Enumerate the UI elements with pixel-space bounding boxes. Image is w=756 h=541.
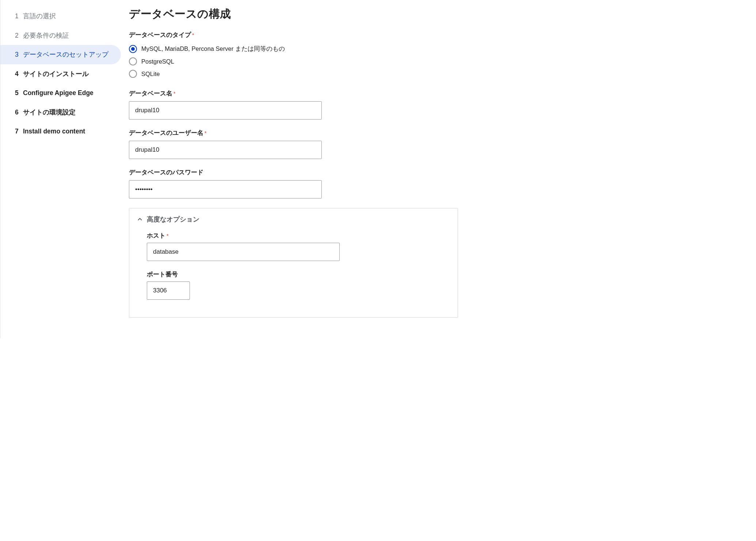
- step-label: サイトのインストール: [23, 69, 114, 79]
- step-number: 1: [15, 12, 23, 21]
- db-password-input[interactable]: [129, 180, 322, 198]
- advanced-options-panel: 高度なオプション ホスト * ポート番号: [129, 208, 458, 318]
- step-label: データベースのセットアップ: [23, 50, 114, 59]
- advanced-options-label: 高度なオプション: [147, 215, 199, 224]
- db-user-input[interactable]: [129, 141, 322, 159]
- db-type-option-mysql[interactable]: MySQL, MariaDB, Percona Server または同等のもの: [129, 43, 458, 55]
- db-password-label: データベースのパスワード: [129, 169, 458, 177]
- advanced-options-body: ホスト * ポート番号: [137, 232, 450, 300]
- step-number: 4: [15, 69, 23, 79]
- db-type-option-postgresql[interactable]: PostgreSQL: [129, 55, 458, 68]
- step-install-demo: 7 Install demo content: [0, 122, 121, 141]
- step-label: サイトの環境設定: [23, 108, 114, 117]
- radio-icon: [129, 70, 137, 78]
- host-input[interactable]: [147, 243, 340, 261]
- port-label: ポート番号: [147, 270, 450, 279]
- step-label: Configure Apigee Edge: [23, 88, 114, 98]
- step-install-site: 4 サイトのインストール: [0, 64, 121, 84]
- host-field: ホスト *: [147, 232, 450, 261]
- required-indicator: *: [173, 91, 175, 97]
- db-type-label: データベースのタイプ *: [129, 31, 458, 39]
- db-password-field: データベースのパスワード: [129, 169, 458, 198]
- db-name-input[interactable]: [129, 101, 322, 120]
- db-type-field: データベースのタイプ * MySQL, MariaDB, Percona Ser…: [129, 31, 458, 80]
- radio-icon: [129, 57, 137, 65]
- step-label: Install demo content: [23, 127, 114, 136]
- advanced-options-toggle[interactable]: 高度なオプション: [137, 215, 450, 224]
- step-configure-apigee: 5 Configure Apigee Edge: [0, 83, 121, 103]
- step-number: 3: [15, 50, 23, 59]
- step-number: 7: [15, 127, 23, 136]
- step-requirements: 2 必要条件の検証: [0, 26, 121, 45]
- step-number: 6: [15, 108, 23, 117]
- chevron-up-icon: [137, 217, 142, 222]
- radio-label: PostgreSQL: [141, 58, 174, 65]
- port-input[interactable]: [147, 281, 190, 300]
- radio-icon: [129, 45, 137, 53]
- step-label: 必要条件の検証: [23, 31, 114, 40]
- db-user-label: データベースのユーザー名 *: [129, 129, 458, 137]
- required-indicator: *: [167, 233, 168, 239]
- step-site-config: 6 サイトの環境設定: [0, 103, 121, 122]
- host-label: ホスト *: [147, 232, 450, 240]
- required-indicator: *: [192, 32, 194, 38]
- step-label: 言語の選択: [23, 12, 114, 21]
- step-number: 2: [15, 31, 23, 40]
- db-user-field: データベースのユーザー名 *: [129, 129, 458, 159]
- radio-label: SQLite: [141, 71, 160, 77]
- main-content: データベースの構成 データベースのタイプ * MySQL, MariaDB, P…: [121, 0, 473, 338]
- db-name-label: データベース名 *: [129, 90, 458, 98]
- step-database-setup: 3 データベースのセットアップ: [0, 45, 121, 64]
- install-steps-sidebar: 1 言語の選択 2 必要条件の検証 3 データベースのセットアップ 4 サイトの…: [0, 0, 121, 338]
- required-indicator: *: [205, 130, 206, 136]
- step-number: 5: [15, 88, 23, 98]
- port-field: ポート番号: [147, 270, 450, 300]
- step-language: 1 言語の選択: [0, 7, 121, 26]
- radio-label: MySQL, MariaDB, Percona Server または同等のもの: [141, 45, 285, 53]
- page-title: データベースの構成: [129, 7, 458, 22]
- db-name-field: データベース名 *: [129, 90, 458, 120]
- db-type-option-sqlite[interactable]: SQLite: [129, 68, 458, 80]
